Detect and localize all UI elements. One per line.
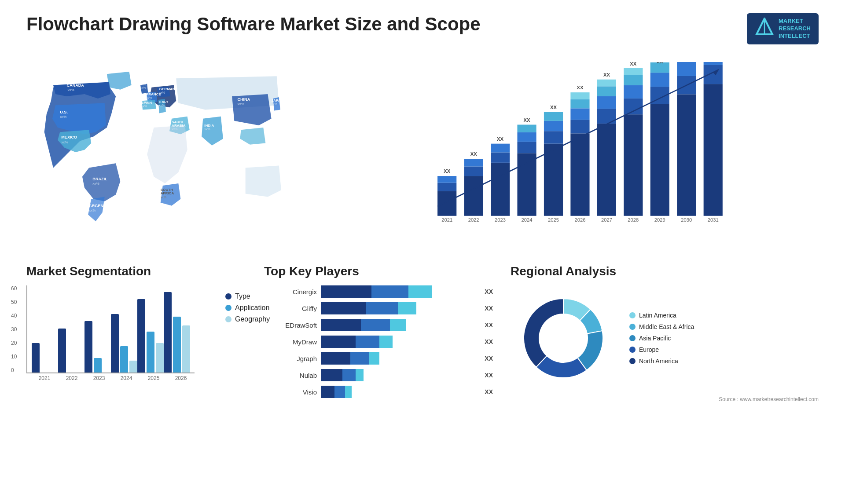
- bar-seg2: [334, 386, 345, 398]
- svg-rect-46: [491, 144, 510, 153]
- bar-seg1: [321, 319, 361, 331]
- donut-svg: [511, 285, 616, 391]
- svg-text:xx%: xx%: [159, 104, 165, 107]
- svg-text:xx%: xx%: [146, 96, 152, 100]
- player-bar-label: XX: [485, 338, 493, 345]
- y-label-50: 50: [11, 299, 17, 305]
- reg-legend-dot: [629, 312, 636, 318]
- x-label: 2022: [66, 375, 78, 381]
- svg-text:XX: XX: [470, 151, 477, 157]
- svg-rect-90: [677, 62, 696, 76]
- reg-legend-dot: [629, 347, 636, 353]
- svg-text:JAPAN: JAPAN: [272, 99, 283, 102]
- svg-text:xx%: xx%: [272, 102, 278, 106]
- y-label-60: 60: [11, 285, 17, 292]
- seg-bar-type: [111, 314, 119, 373]
- segmentation-chart: [26, 285, 195, 373]
- seg-bar-geography: [156, 343, 164, 373]
- seg-bar-type: [137, 299, 145, 373]
- svg-rect-34: [437, 191, 456, 216]
- seg-bar-group: [32, 343, 58, 373]
- regional-legend-item: Middle East & Africa: [629, 323, 694, 330]
- regional-legend-item: Europe: [629, 346, 694, 353]
- players-section: Top Key Players Cinergix XX Gliffy XX ED…: [264, 264, 493, 402]
- player-bar: [321, 386, 478, 398]
- logo-line3: INTELLECT: [779, 33, 811, 40]
- svg-rect-88: [677, 94, 696, 215]
- player-name: Gliffy: [264, 305, 317, 312]
- logo-line1: MARKET: [779, 18, 811, 25]
- svg-text:xx%: xx%: [161, 196, 167, 199]
- svg-rect-71: [597, 86, 616, 96]
- svg-text:XX: XX: [524, 117, 530, 123]
- regional-content: Latin AmericaMiddle East & AfricaAsia Pa…: [511, 285, 819, 391]
- donut-segment: [524, 299, 563, 367]
- y-label-30: 30: [11, 326, 17, 332]
- bar-seg1: [321, 285, 371, 298]
- seg-bar-type: [84, 321, 92, 373]
- svg-rect-41: [464, 159, 483, 166]
- bar-seg3: [345, 386, 352, 398]
- svg-rect-57: [544, 121, 563, 131]
- legend-dot: [225, 316, 231, 322]
- svg-text:xx%: xx%: [159, 91, 165, 95]
- page: Flowchart Drawing Software Market Size a…: [0, 0, 845, 504]
- seg-bar-application: [147, 332, 154, 373]
- regional-section: Regional Analysis Latin AmericaMiddle Ea…: [511, 264, 819, 402]
- svg-text:2025: 2025: [548, 217, 559, 223]
- svg-rect-61: [570, 133, 589, 215]
- segmentation-section: Market Segmentation 60 50 40 30 20 10 0: [26, 264, 246, 402]
- donut-chart: [511, 285, 616, 391]
- seg-bar-application: [120, 346, 128, 373]
- seg-bar-application: [94, 358, 102, 373]
- svg-rect-65: [570, 92, 589, 99]
- svg-text:2027: 2027: [601, 217, 612, 223]
- player-name: Visio: [264, 388, 317, 396]
- bottom-section: Market Segmentation 60 50 40 30 20 10 0: [26, 264, 819, 402]
- x-label: 2024: [121, 375, 132, 381]
- svg-text:xx%: xx%: [172, 128, 178, 131]
- player-name: Jgraph: [264, 355, 317, 362]
- svg-text:xx%: xx%: [141, 105, 147, 108]
- player-name: EDrawSoft: [264, 321, 317, 329]
- svg-rect-55: [544, 144, 563, 216]
- svg-rect-84: [650, 73, 669, 87]
- svg-rect-82: [650, 104, 669, 216]
- player-bar-label: XX: [485, 355, 493, 362]
- seg-bar-type: [164, 292, 172, 373]
- x-label: 2026: [175, 375, 187, 381]
- main-content: CANADA xx% U.S. xx% MEXICO xx% BRAZIL xx…: [26, 53, 819, 402]
- svg-rect-36: [437, 176, 456, 183]
- svg-rect-51: [517, 132, 536, 142]
- logo-line2: RESEARCH: [779, 25, 811, 33]
- svg-text:CHINA: CHINA: [237, 97, 250, 102]
- svg-text:XX: XX: [444, 168, 450, 174]
- svg-rect-94: [704, 62, 723, 65]
- player-row: Jgraph XX: [264, 352, 493, 365]
- seg-bar-group: [84, 321, 111, 373]
- svg-rect-76: [624, 99, 643, 114]
- growth-bar-chart: XX 2021 XX 2022 XX 2023 XX: [339, 62, 810, 229]
- bar-seg1: [321, 386, 334, 398]
- svg-rect-70: [597, 96, 616, 109]
- segmentation-legend: TypeApplicationGeography: [225, 292, 270, 323]
- player-row: EDrawSoft XX: [264, 319, 493, 331]
- bar-seg2: [361, 319, 390, 331]
- legend-item: Application: [225, 304, 270, 312]
- player-row: Visio XX: [264, 386, 493, 398]
- svg-text:GERMANY: GERMANY: [159, 87, 178, 91]
- svg-text:ITALY: ITALY: [159, 100, 169, 104]
- regional-legend: Latin AmericaMiddle East & AfricaAsia Pa…: [629, 312, 694, 365]
- players-list: Cinergix XX Gliffy XX EDrawSoft XX MyDra…: [264, 285, 493, 398]
- bar-seg1: [321, 352, 350, 365]
- y-label-40: 40: [11, 313, 17, 319]
- svg-rect-40: [464, 167, 483, 176]
- svg-rect-93: [704, 65, 723, 84]
- svg-text:2030: 2030: [681, 217, 692, 223]
- player-bar: [321, 352, 478, 365]
- svg-rect-78: [624, 75, 643, 85]
- svg-text:INDIA: INDIA: [204, 124, 214, 128]
- seg-bar-type: [58, 329, 66, 373]
- bar-seg1: [321, 369, 342, 381]
- svg-text:2028: 2028: [628, 217, 639, 223]
